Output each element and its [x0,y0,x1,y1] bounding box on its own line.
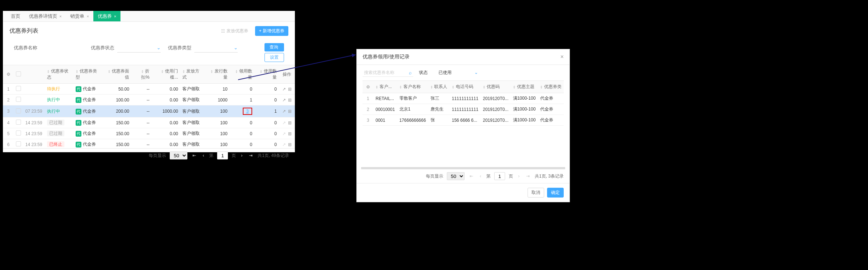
modal-pagination: 每页显示 50 ⇤ ‹ 第 页 › ⇥ 共1页, 3条记录 [357,169,570,183]
first-page-icon[interactable]: ⇤ [191,153,198,158]
chevron-down-icon: ⌄ [157,45,161,50]
close-icon[interactable]: × [560,54,564,60]
sort-icon[interactable]: ▲▼ [399,85,402,89]
last-page-icon[interactable]: ⇥ [247,153,254,158]
prev-page-icon[interactable]: ‹ [201,153,206,158]
qrcode-icon[interactable]: ⊞ [288,142,292,147]
sort-icon[interactable]: ▲▼ [513,85,516,89]
qrcode-icon[interactable]: ⊞ [288,131,292,136]
chevron-down-icon: ⌄ [474,70,478,75]
qrcode-icon[interactable]: ⊞ [288,109,292,114]
type-badge-icon: 代 [76,131,81,137]
cancel-button[interactable]: 取消 [528,188,544,198]
close-icon[interactable]: × [59,14,62,18]
row-checkbox[interactable] [16,86,21,91]
filter-type-select[interactable]: ⌄ [194,43,238,53]
next-page-icon[interactable]: › [240,153,244,158]
chevron-down-icon: ⌄ [234,45,238,50]
next-page-icon[interactable]: › [517,174,521,179]
table-row[interactable]: 3 07 23:59 执行中 代代金券 200.00 -- 1000.00 客户… [3,105,295,117]
page-input[interactable] [217,151,228,159]
first-page-icon[interactable]: ⇤ [468,174,475,179]
type-badge-icon: 代 [76,120,81,126]
sort-icon[interactable]: ▲▼ [235,70,238,73]
table-row[interactable]: 3 0001 17666666666 张 156 6666 6... 20191… [363,115,564,126]
search-button[interactable]: 查询 [264,43,284,51]
table-row[interactable]: 4 14 23:59 已过期 代代金券 150.00 -- 0.00 客户领取 … [3,117,295,128]
sort-icon[interactable]: ▲▼ [431,85,433,89]
external-link-icon[interactable]: ↗ [282,109,286,114]
row-checkbox[interactable] [16,120,21,125]
sort-icon[interactable]: ▲▼ [483,85,486,89]
table-row[interactable]: 5 14 23:59 已过期 代代金券 150.00 -- 0.00 客户领取 … [3,128,295,139]
select-all-checkbox[interactable] [16,71,21,76]
last-page-icon[interactable]: ⇥ [525,174,531,179]
modal-search-input[interactable] [363,68,413,77]
row-checkbox[interactable] [16,97,21,102]
tab-sales-order[interactable]: 销货单× [66,11,93,21]
sort-icon[interactable]: ▲▼ [161,70,164,73]
table-row[interactable]: 1 RETAIL... 零散客户 张三 11111111111 2019120T… [363,93,564,104]
sort-icon[interactable]: ▲▼ [47,70,50,73]
tab-bar: 首页 优惠券详情页× 销货单× 优惠券× [3,11,295,22]
prev-page-icon[interactable]: ‹ [478,174,483,179]
sort-icon[interactable]: ▲▼ [141,70,144,73]
settings-button[interactable]: 设置 [264,53,284,62]
close-icon[interactable]: × [114,14,116,18]
modal-status-select[interactable]: 已使用 ⌄ [439,70,478,76]
qrcode-icon[interactable]: ⊞ [288,87,292,92]
qrcode-icon[interactable]: ⊞ [288,97,292,103]
tab-home[interactable]: 首页 [7,11,25,21]
status-badge: 执行中 [47,97,60,102]
close-icon[interactable]: × [86,14,89,18]
tab-coupon[interactable]: 优惠券× [93,11,120,21]
table-header-row: ⚙ ▲▼优惠券状态 ▲▼优惠券类型 ▲▼优惠券面值 ▲▼折扣% ▲▼使用门槛..… [3,65,295,84]
usage-record-modal: 优惠券领用/使用记录 × ⌕ 状态 已使用 ⌄ ⚙ ▲▼客户... ▲▼客户名称… [356,49,570,202]
external-link-icon: ↗ [282,131,286,136]
modal-status-label: 状态 [419,70,428,76]
claimed-count-link[interactable]: 3 [243,108,253,115]
modal-title: 优惠券领用/使用记录 [363,54,410,60]
filter-type-label: 优惠券类型 [168,45,191,51]
status-badge: 待执行 [47,86,60,91]
row-checkbox[interactable] [16,108,21,113]
sort-icon[interactable]: ▲▼ [376,85,378,89]
coupon-table-container[interactable]: ⚙ ▲▼优惠券状态 ▲▼优惠券类型 ▲▼优惠券面值 ▲▼折扣% ▲▼使用门槛..… [3,65,295,148]
external-link-icon: ↗ [282,120,286,125]
external-link-icon[interactable]: ↗ [282,97,286,103]
modal-per-page-select[interactable]: 50 [447,172,465,180]
per-page-select[interactable]: 50 [170,151,187,159]
row-checkbox[interactable] [16,141,21,146]
sort-icon[interactable]: ▲▼ [182,70,185,73]
qrcode-icon[interactable]: ⊞ [288,120,292,125]
external-link-icon[interactable]: ↗ [282,87,286,92]
row-checkbox[interactable] [16,130,21,136]
table-row[interactable]: 6 14 23:59 已终止 代代金券 150.00 -- 0.00 客户领取 … [3,139,295,149]
gear-icon[interactable]: ⚙ [7,72,10,77]
sort-icon[interactable]: ▲▼ [211,70,213,73]
sort-icon[interactable]: ▲▼ [108,70,110,73]
table-row[interactable]: 2 00010001 北京1 唐先生 11111111111 2019120T0… [363,104,564,115]
sort-icon[interactable]: ▲▼ [452,85,454,89]
status-badge: 已过期 [47,120,64,125]
sort-icon[interactable]: ▲▼ [540,85,543,89]
modal-page-input[interactable] [494,172,505,180]
add-coupon-button[interactable]: + 新增优惠券 [255,26,288,36]
per-page-label: 每页显示 [149,153,166,159]
filter-name-input[interactable] [40,43,84,53]
tab-coupon-detail[interactable]: 优惠券详情页× [25,11,66,21]
search-icon[interactable]: ⌕ [409,70,412,75]
table-row[interactable]: 2 执行中 代代金券 100.00 -- 0.00 客户领取 1000 1 0 … [3,95,295,105]
sort-icon[interactable]: ▲▼ [76,70,78,73]
table-row[interactable]: 1 待执行 代代金券 50.00 -- 0.00 客户领取 10 0 0 ↗⊞ [3,84,295,95]
gear-icon[interactable]: ⚙ [366,84,370,90]
status-badge: 已过期 [47,130,64,136]
type-badge-icon: 代 [76,109,81,115]
page-summary: 共1页, 49条记录 [258,153,289,159]
confirm-button[interactable]: 确定 [547,188,564,198]
external-link-icon: ↗ [282,142,286,147]
filter-status-select[interactable]: ⌄ [117,43,161,53]
page-title: 优惠券列表 [9,27,38,35]
sort-icon[interactable]: ▲▼ [260,70,262,73]
type-badge-icon: 代 [76,86,81,92]
